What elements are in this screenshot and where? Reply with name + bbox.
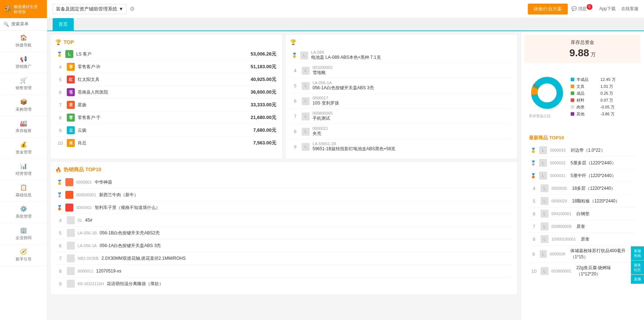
sidebar-item-sales[interactable]: 🛒 销售管理 bbox=[0, 73, 47, 95]
topbar-right: 💬 消息 6 App下载 在线客服 bbox=[571, 6, 639, 12]
system-icon: ⚙️ bbox=[20, 205, 27, 212]
newest-top10-label: TOP10 bbox=[549, 135, 564, 140]
live-stream-float[interactable]: 直播 bbox=[631, 275, 644, 284]
top-customers-header: 🏆 TOP bbox=[55, 39, 278, 45]
customer-name-4: 苍南县人民医院 bbox=[78, 89, 248, 95]
customer-service-link[interactable]: 在线客服 bbox=[621, 6, 639, 12]
legend-label-1: 半成品 bbox=[576, 77, 598, 82]
customer-avatar-6: 零 bbox=[67, 114, 75, 122]
np-row-6: 6 L 004100001 白钢垫 bbox=[529, 208, 636, 220]
hp-rank-7: 7 bbox=[57, 256, 64, 261]
system-selector[interactable]: 装备及固定资产辅助管理系统 ▼ bbox=[53, 4, 127, 14]
tp-rank-4: 6 bbox=[292, 98, 299, 104]
legend-value-1: 12.45 万 bbox=[600, 77, 616, 82]
hp-row-2: 🥈 000500001 新西兰牛肉（新牛） bbox=[55, 189, 513, 201]
tp-name-1: 电池盖 LA-089 ABS本色+黑种 7.1克 bbox=[311, 54, 381, 61]
tp-rank-7: 9 bbox=[292, 144, 299, 149]
hp-name-8: 12070519-xs bbox=[96, 268, 511, 274]
tp-code-4: 0000017 bbox=[313, 96, 339, 100]
tp-code-3: LA-056-1A bbox=[313, 81, 374, 85]
np-img-9: L bbox=[540, 250, 547, 258]
legend-item-5: 肉类 -0.05 万 bbox=[571, 104, 616, 110]
legend-label-6: 其他 bbox=[576, 111, 598, 117]
hp-code-4: 01 bbox=[78, 218, 82, 222]
tp-img-3: L bbox=[302, 82, 310, 90]
hp-row-5: 5 LA-056-1B 056-1B白色按键开关壳ABS2壳 bbox=[55, 227, 513, 239]
np-img-10: L bbox=[541, 267, 549, 275]
top-products-scroll-header: 🏆 bbox=[290, 39, 513, 45]
sidebar-item-quick-nav[interactable]: 🏠 快捷导航 bbox=[0, 30, 47, 52]
newest-products-title: 最新商品 TOP10 bbox=[529, 135, 636, 141]
inventory-chart-card: 库存资金占比 半成品 12.45 万 文具 1.01 万 bbox=[525, 67, 640, 127]
customer-name-7: 云扬 bbox=[78, 127, 250, 134]
tab-home[interactable]: 首页 bbox=[53, 18, 74, 30]
np-code-9: 0000028 bbox=[550, 252, 565, 256]
customer-name-8: 肖总 bbox=[78, 140, 250, 146]
legend-dot-4 bbox=[571, 98, 574, 102]
service-community-float[interactable]: 服务社区 bbox=[631, 260, 644, 274]
np-name-10: 22g鱼豆腐·烧烤味（1*12*20） bbox=[576, 265, 635, 277]
customer-amount-2: 51,183.00元 bbox=[250, 63, 276, 70]
np-img-7: L bbox=[541, 222, 549, 230]
sidebar-item-purchase[interactable]: 📦 采购管理 bbox=[0, 95, 47, 116]
trial-button[interactable]: 体验行业方案 bbox=[528, 4, 568, 15]
hp-img-3 bbox=[65, 204, 73, 212]
message-area[interactable]: 💬 消息 6 bbox=[571, 6, 594, 12]
sidebar-item-basic[interactable]: 📋 基础信息 bbox=[0, 180, 47, 202]
np-code-4: 0000030 bbox=[551, 186, 567, 190]
legend-label-2: 文具 bbox=[576, 84, 598, 89]
settings-icon[interactable]: ⚙ bbox=[130, 5, 135, 12]
tp-code-7: LA-59651-1B bbox=[313, 141, 395, 146]
basic-icon: 📋 bbox=[20, 184, 27, 191]
rank-5: 7 bbox=[57, 102, 64, 108]
topbar: 装备及固定资产辅助管理系统 ▼ ⚙ 体验行业方案 💬 消息 6 App下载 在线… bbox=[47, 0, 644, 18]
np-name-3: 5厘中纤（1220*2440） bbox=[571, 173, 616, 179]
logo-line2: 标准版 bbox=[14, 9, 38, 14]
customer-avatar-5: 星 bbox=[67, 101, 75, 109]
nav-label-guide: 新手引导 bbox=[16, 257, 32, 262]
tp-code-2: 001000002 bbox=[313, 65, 333, 70]
sidebar-item-operations[interactable]: 📊 经营管理 bbox=[0, 159, 47, 180]
legend-dot-3 bbox=[571, 91, 574, 95]
customer-amount-8: 7,563.00元 bbox=[253, 140, 276, 146]
tp-row-1: 🥇 L LA-089 电池盖 LA-089 ABS本色+黑种 7.1克 bbox=[290, 48, 513, 63]
customer-name-5: 星扬 bbox=[78, 102, 248, 108]
customer-name-1: LS 客户 bbox=[76, 51, 248, 57]
message-label: 消息 bbox=[578, 6, 587, 11]
legend-value-3: 0.25 万 bbox=[600, 91, 613, 96]
customer-service-float[interactable]: 客服热线 bbox=[631, 246, 644, 260]
hp-medal-3: 🥉 bbox=[57, 205, 62, 210]
sidebar-item-inventory[interactable]: 🏭 库存核算 bbox=[0, 116, 47, 138]
sidebar-item-system[interactable]: ⚙️ 系统管理 bbox=[0, 202, 47, 223]
tp-row-5: 7 L 000800005 手机测试 bbox=[290, 109, 513, 124]
rank-6: 8 bbox=[57, 115, 64, 120]
tp-rank-5: 7 bbox=[292, 114, 299, 119]
nav-tabs: 首页 bbox=[47, 18, 644, 31]
np-img-8: L bbox=[541, 235, 549, 243]
sidebar-item-guide[interactable]: 🧭 新手引导 bbox=[0, 245, 47, 266]
np-name-7: 原奎 bbox=[576, 223, 585, 230]
operations-icon: 📊 bbox=[20, 163, 27, 169]
sidebar-item-marketing[interactable]: 📢 营销推广 bbox=[0, 52, 47, 73]
inventory-total-card: 库存总资金 9.88 万 bbox=[525, 35, 640, 63]
hp-rank-4: 4 bbox=[57, 218, 64, 223]
app-download-link[interactable]: App下载 bbox=[599, 6, 616, 12]
search-menu[interactable]: 🔍 搜索菜单 bbox=[0, 18, 47, 30]
float-buttons: 客服热线 服务社区 直播 bbox=[631, 246, 644, 284]
np-row-1: 🥇 L 0000033 封边带（1.0*22） bbox=[529, 144, 636, 157]
hp-row-4: 4 01 45# bbox=[55, 214, 513, 227]
sidebar-item-finance[interactable]: 💰 资金管理 bbox=[0, 138, 47, 159]
np-rank-4: 4 bbox=[530, 186, 538, 191]
np-rank-9: 9 bbox=[530, 251, 537, 257]
nav-label-finance: 资金管理 bbox=[16, 149, 32, 155]
legend-dot-5 bbox=[571, 105, 574, 109]
top-products-scroll-list: 🥇 L LA-089 电池盖 LA-089 ABS本色+黑种 7.1克 4 L bbox=[290, 48, 513, 154]
hp-row-3: 🥉 0000002 智利车子里（规格不知道填什么） bbox=[55, 201, 513, 214]
content-area: 🏆 TOP 🥇 L LS 客户 53,006.26元 4 零 bbox=[47, 31, 644, 320]
hp-img-4 bbox=[67, 216, 75, 224]
logo-icon: 🐝 bbox=[4, 5, 12, 13]
sidebar-item-enterprise[interactable]: 🏢 企业协同 bbox=[0, 223, 47, 245]
np-code-7: 000800008 bbox=[551, 224, 571, 229]
customer-avatar-2: 零 bbox=[67, 63, 75, 71]
donut-container: 库存资金占比 半成品 12.45 万 文具 1.01 万 bbox=[529, 71, 636, 122]
